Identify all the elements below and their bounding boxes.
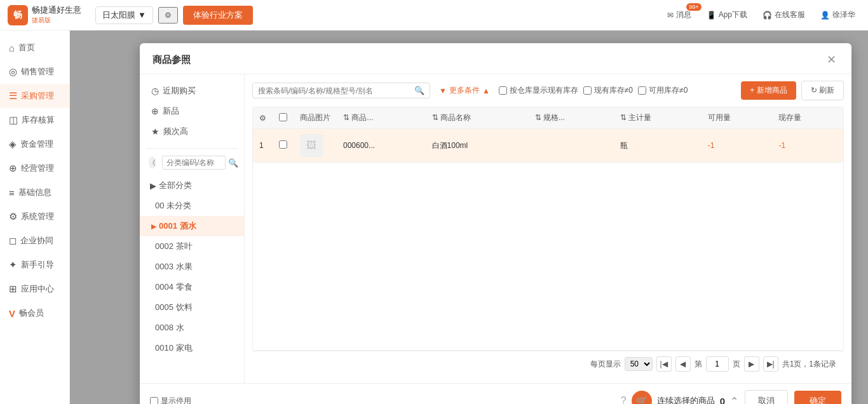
filter-icon: ▼ — [439, 86, 447, 95]
settings-icon-btn[interactable]: ⚙ — [158, 7, 178, 24]
first-page-btn[interactable]: |◀ — [656, 356, 672, 372]
warehouse-checkbox-label[interactable]: 按仓库显示现有库存 — [499, 85, 578, 96]
cat-0005[interactable]: 0005 饮料 — [140, 297, 244, 318]
avatar-icon: 👤 — [820, 11, 830, 20]
per-page-select[interactable]: 50 — [625, 357, 653, 371]
collapse-btn[interactable]: 《 — [149, 156, 156, 169]
row-check[interactable] — [273, 129, 294, 163]
messages-btn[interactable]: ✉ 消息 99+ — [662, 7, 696, 23]
sidebar-item-sales[interactable]: ◎ 销售管理 — [0, 60, 69, 84]
table-row[interactable]: 1 🖼 — [253, 129, 843, 163]
search-icon[interactable]: 🔍 — [414, 86, 424, 95]
sort-icon-name: ⇅ — [432, 113, 438, 122]
experience-btn[interactable]: 体验行业方案 — [183, 6, 253, 25]
modal-close-btn[interactable]: ✕ — [824, 52, 839, 67]
nav-right: ✉ 消息 99+ 📱 App下载 🎧 在线客服 👤 徐泽华 — [662, 7, 860, 23]
sidebar-item-finance[interactable]: ◈ 资金管理 — [0, 132, 69, 156]
cancel-btn[interactable]: 取消 — [745, 390, 788, 404]
system-icon: ⚙ — [9, 211, 17, 222]
available-checkbox[interactable] — [583, 86, 592, 95]
row-checkbox[interactable] — [279, 140, 287, 149]
category-tree: ▶ 全部分类 00 未分类 ▶ 0001 酒水 0002 茶叶 — [140, 175, 244, 377]
sidebar-item-member[interactable]: V 畅会员 — [0, 301, 69, 325]
confirm-btn[interactable]: 确定 — [794, 391, 841, 404]
refresh-btn[interactable]: ↻ 刷新 — [801, 81, 844, 100]
sidebar-item-basic[interactable]: ≡ 基础信息 — [0, 180, 69, 205]
divider — [146, 148, 238, 149]
th-img: 商品图片 — [294, 107, 337, 129]
prev-page-btn[interactable]: ◀ — [675, 356, 691, 372]
cat-frequent[interactable]: ★ 频次高 — [146, 121, 238, 142]
cat-0001[interactable]: ▶ 0001 酒水 — [140, 216, 244, 236]
arrow-icon: ▶ — [150, 181, 156, 191]
usable-checkbox-label[interactable]: 可用库存≠0 — [638, 85, 688, 96]
th-unit[interactable]: ⇅ 主计量 — [614, 107, 702, 129]
cat-0002[interactable]: 0002 茶叶 — [140, 236, 244, 257]
cat-new[interactable]: ⊕ 新品 — [146, 101, 238, 121]
available-checkbox-label[interactable]: 现有库存≠0 — [583, 85, 633, 96]
cat-all[interactable]: ▶ 全部分类 — [140, 175, 244, 196]
product-panel: 🔍 ▼ 更多条件 ▲ 按仓库显示现有库存 — [245, 74, 851, 383]
sidebar-item-home[interactable]: ⌂ 首页 — [0, 36, 69, 60]
cart-collapse-icon[interactable]: ⌃ — [730, 395, 738, 405]
th-check[interactable] — [273, 107, 294, 129]
new-icon: ⊕ — [151, 106, 159, 116]
row-img: 🖼 — [294, 129, 337, 163]
logo-area: 畅 畅捷通好生意 捷易版 — [8, 5, 90, 25]
sidebar-item-newbie[interactable]: ✦ 新手引导 — [0, 253, 69, 277]
next-page-btn[interactable]: ▶ — [744, 356, 759, 372]
sidebar-item-apps[interactable]: ⊞ 应用中心 — [0, 277, 69, 301]
filter-btn[interactable]: ▼ 更多条件 ▲ — [435, 83, 494, 98]
category-panel: ◷ 近期购买 ⊕ 新品 ★ 频次高 《 — [140, 74, 245, 383]
enterprise-icon: ◻ — [9, 235, 17, 246]
last-page-btn[interactable]: ▶| — [763, 356, 778, 372]
th-settings[interactable]: ⚙ — [253, 107, 273, 129]
layout: ⌂ 首页 ◎ 销售管理 ☰ 采购管理 ◫ 库存核算 ◈ 资金管理 ⊕ 经营管理 … — [0, 30, 868, 404]
headset-icon: 🎧 — [763, 11, 772, 20]
cart-icon[interactable]: 🛒 — [632, 391, 652, 404]
help-icon[interactable]: ? — [621, 395, 627, 404]
modal-header: 商品参照 ✕ — [140, 43, 851, 74]
show-disabled-label[interactable]: 显示停用 — [150, 396, 191, 405]
sidebar-item-system[interactable]: ⚙ 系统管理 — [0, 205, 69, 229]
cat-recent[interactable]: ◷ 近期购买 — [146, 81, 238, 101]
cat-0003[interactable]: 0003 水果 — [140, 257, 244, 277]
sort-icon-unit: ⇅ — [620, 113, 627, 122]
cat-search-input[interactable] — [162, 156, 226, 170]
user-avatar[interactable]: 👤 徐泽华 — [815, 7, 860, 23]
online-service-btn[interactable]: 🎧 在线客服 — [757, 7, 810, 23]
nav-selector[interactable]: 日太阳膜 ▼ — [95, 6, 153, 24]
page-number-input[interactable] — [706, 356, 729, 372]
sidebar-item-enterprise[interactable]: ◻ 企业协同 — [0, 229, 69, 253]
modal-body: ◷ 近期购买 ⊕ 新品 ★ 频次高 《 — [140, 74, 851, 383]
add-product-btn[interactable]: + 新增商品 — [741, 81, 796, 100]
modal-title: 商品参照 — [153, 54, 191, 66]
sidebar-item-inventory[interactable]: ◫ 库存核算 — [0, 108, 69, 132]
quick-list: ◷ 近期购买 ⊕ 新品 ★ 频次高 — [140, 81, 244, 145]
th-spec[interactable]: ⇅ 规格... — [529, 107, 614, 129]
logo-sub: 捷易版 — [32, 16, 81, 25]
cat-0010[interactable]: 0010 家电 — [140, 338, 244, 358]
row-code: 000600... — [337, 129, 426, 163]
product-image: 🖼 — [300, 134, 323, 157]
cat-00[interactable]: 00 未分类 — [140, 196, 244, 216]
cat-0004[interactable]: 0004 零食 — [140, 277, 244, 297]
th-code[interactable]: ⇅ 商品... — [337, 107, 426, 129]
sidebar-item-purchase[interactable]: ☰ 采购管理 — [0, 84, 69, 108]
sidebar-item-operation[interactable]: ⊕ 经营管理 — [0, 156, 69, 180]
warehouse-checkbox[interactable] — [499, 86, 507, 95]
cat-search: 🔍 — [159, 156, 241, 170]
chevron-up-icon: ▲ — [482, 86, 490, 95]
show-disabled-checkbox[interactable] — [150, 397, 158, 405]
cat-search-icon[interactable]: 🔍 — [228, 158, 238, 168]
th-name[interactable]: ⇅ 商品名称 — [426, 107, 529, 129]
product-search-input[interactable] — [258, 86, 412, 95]
operation-icon: ⊕ — [9, 163, 17, 174]
row-stock: -1 — [772, 129, 843, 163]
apps-icon: ⊞ — [9, 283, 17, 295]
cat-0008[interactable]: 0008 水 — [140, 318, 244, 338]
usable-checkbox[interactable] — [638, 86, 646, 95]
app-download-btn[interactable]: 📱 App下载 — [702, 7, 752, 23]
select-all-checkbox[interactable] — [279, 113, 287, 121]
arrow-active-icon: ▶ — [151, 223, 156, 230]
